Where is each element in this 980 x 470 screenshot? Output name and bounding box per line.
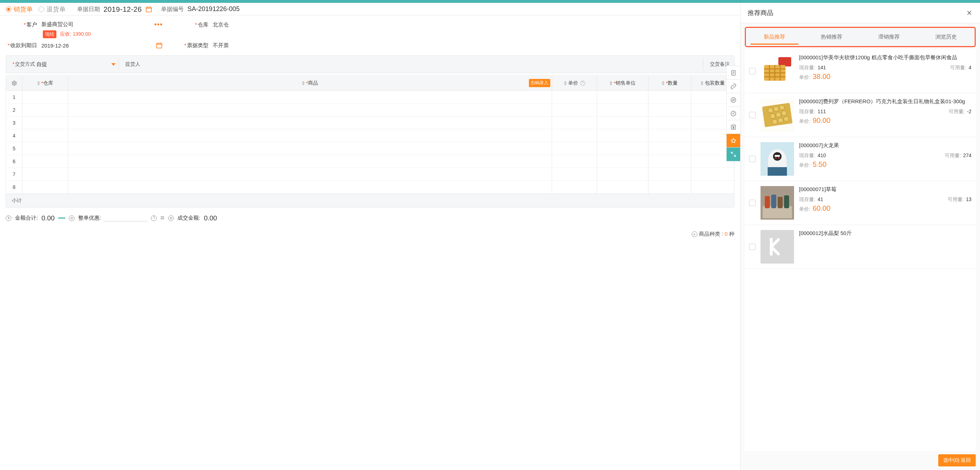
chevron-down-icon[interactable] xyxy=(111,63,116,66)
svg-point-4 xyxy=(731,97,736,102)
warehouse-label: 仓库 xyxy=(177,21,213,28)
svg-point-17 xyxy=(781,111,787,116)
svg-point-15 xyxy=(770,113,775,119)
table-row[interactable]: 1 xyxy=(6,91,734,104)
product-item[interactable]: [0000012]水晶梨 50斤 xyxy=(745,225,976,269)
help-icon[interactable]: ? xyxy=(151,215,157,221)
scan-input-button[interactable]: 扫码录入 xyxy=(529,79,550,87)
table-row[interactable]: 6 xyxy=(6,155,734,168)
svg-point-24 xyxy=(775,157,776,159)
svg-rect-31 xyxy=(778,197,783,208)
product-name: [0000002]费列罗（FERRERO）巧克力礼盒装生日礼物礼盒装01-300… xyxy=(799,98,971,105)
svg-point-19 xyxy=(778,118,783,123)
product-checkbox[interactable] xyxy=(749,68,756,74)
svg-rect-33 xyxy=(760,230,794,264)
side-link-icon[interactable] xyxy=(727,80,740,93)
recommend-title: 推荐商品 xyxy=(748,9,773,17)
due-date-label: 收款到期日 xyxy=(6,42,41,49)
product-count-value: 0 xyxy=(724,231,727,237)
side-expand-icon[interactable] xyxy=(727,148,740,161)
sum-label: 金额合计: xyxy=(15,215,38,221)
product-name: [0000012]水晶梨 50斤 xyxy=(799,230,971,237)
doc-no-value: SA-20191226-005 xyxy=(187,5,239,13)
sum-value: 0.00 xyxy=(41,214,55,222)
table-row[interactable]: 3 xyxy=(6,116,734,129)
invoice-label: 票据类型 xyxy=(177,42,213,49)
discount-label: 整单优惠: xyxy=(78,215,101,221)
side-doc-icon[interactable] xyxy=(727,66,740,80)
final-label: 成交金额: xyxy=(177,215,200,221)
side-yen-icon[interactable] xyxy=(727,120,740,134)
equals-icon: = xyxy=(160,214,164,222)
help-icon[interactable]: ? xyxy=(580,81,585,86)
recommend-tab[interactable]: 浏览历史 xyxy=(918,28,975,46)
table-row[interactable]: 8 xyxy=(6,181,734,194)
recommend-tab[interactable]: 热销推荐 xyxy=(803,28,860,46)
table-row[interactable]: 4 xyxy=(6,129,734,142)
product-checkbox[interactable] xyxy=(749,112,756,118)
delivery-mode-value[interactable]: 自提 xyxy=(37,61,47,68)
pickup-label: 提货人 xyxy=(122,61,142,67)
svg-rect-0 xyxy=(146,7,152,12)
side-approve-icon[interactable] xyxy=(727,107,740,120)
customer-lookup-icon[interactable]: ••• xyxy=(154,20,163,29)
table-row[interactable]: 7 xyxy=(6,168,734,181)
svg-rect-1 xyxy=(157,43,162,48)
gear-icon xyxy=(11,80,17,86)
svg-point-18 xyxy=(772,119,777,124)
side-star-icon[interactable] xyxy=(727,134,740,148)
svg-point-16 xyxy=(776,112,781,117)
svg-rect-30 xyxy=(771,194,776,208)
product-name: [0000001]华美华夫软饼1200g 糕点零食小吃手撕面包早餐休闲食品 xyxy=(799,54,971,61)
product-item[interactable]: [0000002]费列罗（FERRERO）巧克力礼盒装生日礼物礼盒装01-300… xyxy=(745,93,976,137)
product-name: [00000071]草莓 xyxy=(799,186,971,193)
warehouse-value[interactable]: 北京仓 xyxy=(213,21,229,28)
radio-return-order[interactable]: 退货单 xyxy=(38,5,66,14)
product-checkbox[interactable] xyxy=(749,200,756,206)
svg-point-2 xyxy=(14,83,15,84)
final-icon: ⊘ xyxy=(168,215,174,221)
discount-icon: ⊘ xyxy=(69,215,75,221)
product-item[interactable]: [0000001]华美华夫软饼1200g 糕点零食小吃手撕面包早餐休闲食品现存量… xyxy=(745,49,976,93)
recommend-tab[interactable]: 滞销推荐 xyxy=(861,28,918,46)
due-date-value[interactable]: 2019-12-26 xyxy=(41,43,69,49)
grid-subtotal-row: 小计 xyxy=(6,194,734,207)
side-swap-icon[interactable] xyxy=(727,93,740,107)
calendar-icon[interactable] xyxy=(156,42,163,49)
minus-icon xyxy=(58,218,65,218)
col-price[interactable]: 单价? xyxy=(552,76,597,90)
col-unit[interactable]: *销售单位 xyxy=(597,76,649,90)
discount-input[interactable] xyxy=(105,215,147,221)
radio-sales-order[interactable]: 销货单 xyxy=(6,5,33,14)
final-value: 0.00 xyxy=(204,214,217,222)
col-product[interactable]: *商品扫码录入 xyxy=(68,76,552,90)
table-row[interactable]: 5 xyxy=(6,142,734,155)
product-checkbox[interactable] xyxy=(749,244,756,250)
product-checkbox[interactable] xyxy=(749,156,756,162)
product-image xyxy=(760,54,794,88)
calendar-icon[interactable] xyxy=(145,6,153,13)
product-item[interactable]: [0000007]火龙果现存量:410可用量:274单价:5.50 xyxy=(745,137,976,181)
product-image xyxy=(760,186,794,220)
customer-value[interactable]: 新盛商贸公司 xyxy=(41,21,73,28)
select-return-button[interactable]: 选中(0) 返回 xyxy=(938,454,976,467)
col-warehouse[interactable]: *仓库 xyxy=(22,76,68,90)
settle-badge: 现结 xyxy=(43,30,56,38)
table-row[interactable]: 2 xyxy=(6,104,734,116)
amount-due-value: 1390.00 xyxy=(73,31,91,37)
doc-date-value[interactable]: 2019-12-26 xyxy=(103,5,142,14)
col-qty[interactable]: *数量 xyxy=(649,76,691,90)
customer-label: 客户 xyxy=(6,21,41,28)
svg-point-20 xyxy=(784,116,789,121)
doc-date-label: 单据日期 xyxy=(77,6,100,13)
svg-point-12 xyxy=(768,108,773,113)
delivery-mode-label: 交货方式 xyxy=(9,61,37,67)
invoice-value[interactable]: 不开票 xyxy=(213,42,229,49)
product-image xyxy=(760,230,794,264)
svg-rect-32 xyxy=(784,195,789,208)
recommend-tab[interactable]: 新品推荐 xyxy=(746,28,803,46)
svg-rect-23 xyxy=(775,155,780,157)
product-item[interactable]: [00000071]草莓现存量:41可用量:13单价:60.00 xyxy=(745,181,976,225)
col-settings[interactable] xyxy=(6,76,22,90)
close-icon[interactable] xyxy=(966,9,973,16)
